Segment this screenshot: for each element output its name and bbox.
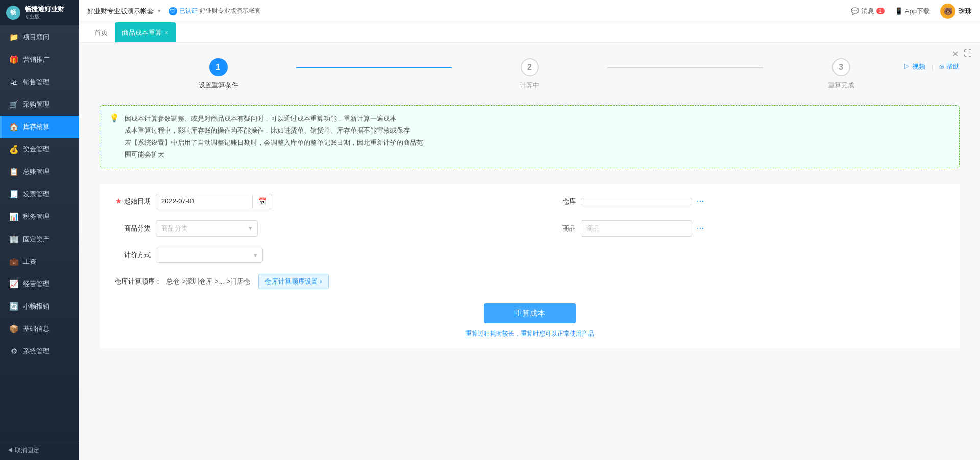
- sidebar-item-invoice[interactable]: 🧾 发票管理: [0, 183, 79, 206]
- calendar-icon[interactable]: 📅: [253, 194, 272, 209]
- sidebar-item-label: 工资: [23, 257, 36, 266]
- help-link[interactable]: ⊙ 帮助: [939, 62, 960, 71]
- recalc-button[interactable]: 重算成本: [484, 303, 576, 323]
- category-placeholder: 商品分类: [161, 224, 188, 233]
- start-date-label-text: 起始日期: [124, 197, 151, 205]
- info-line-4: 围可能会扩大: [125, 148, 423, 160]
- sidebar-unpin-button[interactable]: ◀ 取消固定: [0, 441, 79, 460]
- app-download-button[interactable]: 📱 App下载: [895, 7, 930, 16]
- category-select[interactable]: 商品分类 ▾: [156, 220, 258, 237]
- sidebar-item-expense[interactable]: 🔄 小畅报销: [0, 295, 79, 318]
- close-window-icon[interactable]: ✕: [952, 49, 959, 59]
- operation-icon: 📈: [9, 279, 19, 289]
- maximize-window-icon[interactable]: ⛶: [964, 49, 972, 59]
- step-3: 3 重算完成: [763, 58, 919, 90]
- goods-input[interactable]: 商品: [581, 220, 693, 237]
- info-text: 因成本计算参数调整、或是对商品成本有疑问时，可以通过成本重算功能，重新计算一遍成…: [125, 113, 423, 161]
- account-selector[interactable]: 好业财专业版演示帐套 ▾: [87, 7, 161, 16]
- step-3-circle: 3: [832, 58, 850, 76]
- step-1-circle: 1: [209, 58, 228, 76]
- topbar-actions: 💬 消息 1 📱 App下载 🐻 珠珠: [851, 4, 972, 19]
- steps-container: 1 设置重算条件 2 计算中 3: [100, 58, 960, 90]
- steps-help: ▷ 视频 | ⊙ 帮助: [903, 62, 960, 71]
- start-date-input-group: 📅: [156, 194, 263, 209]
- sidebar-item-marketing[interactable]: 🎁 营销推广: [0, 48, 79, 71]
- goods-field: 商品 商品 ···: [540, 220, 945, 237]
- avatar-emoji: 🐻: [944, 7, 952, 15]
- pricing-label: 计价方式: [115, 250, 151, 260]
- sidebar-item-label: 系统管理: [23, 347, 50, 356]
- finance-icon: 💰: [9, 144, 19, 155]
- warehouse-order-row: 仓库计算顺序： 总仓->深圳仓库->...->门店仓 仓库计算顺序设置 ›: [115, 274, 944, 289]
- sidebar-item-label: 销售管理: [23, 78, 50, 87]
- sidebar-item-assets[interactable]: 🏢 固定资产: [0, 228, 79, 250]
- sidebar-item-sales[interactable]: 🛍 销售管理: [0, 71, 79, 93]
- sidebar-item-system[interactable]: ⚙ 系统管理: [0, 340, 79, 363]
- info-box: 💡 因成本计算参数调整、或是对商品成本有疑问时，可以通过成本重算功能，重新计算一…: [100, 105, 960, 168]
- step-2-label: 计算中: [520, 81, 540, 90]
- sidebar-item-basic[interactable]: 📦 基础信息: [0, 318, 79, 340]
- window-controls: ✕ ⛶: [952, 49, 972, 59]
- message-button[interactable]: 💬 消息 1: [851, 7, 885, 16]
- phone-icon: 📱: [895, 7, 903, 15]
- recalc-btn-label: 重算成本: [514, 309, 545, 317]
- warehouse-order-btn-label: 仓库计算顺序设置 ›: [265, 277, 322, 286]
- pricing-chevron-icon: ▾: [254, 251, 257, 259]
- goods-placeholder: 商品: [586, 224, 600, 232]
- warehouse-ellipsis-btn[interactable]: ···: [692, 196, 708, 207]
- inventory-icon: 🏠: [9, 122, 19, 132]
- sidebar-item-label: 固定资产: [23, 235, 50, 244]
- step-2-circle: 2: [521, 58, 539, 76]
- sidebar-item-tax[interactable]: 📊 税务管理: [0, 206, 79, 228]
- sidebar-item-project[interactable]: 📁 项目顾问: [0, 26, 79, 48]
- warehouse-order-settings-button[interactable]: 仓库计算顺序设置 ›: [258, 274, 329, 289]
- category-label: 商品分类: [115, 224, 151, 233]
- sidebar-item-operation[interactable]: 📈 经营管理: [0, 273, 79, 295]
- tab-recalc[interactable]: 商品成本重算 ×: [115, 22, 176, 42]
- message-icon: 💬: [851, 7, 859, 15]
- warehouse-input-group: ···: [581, 196, 708, 207]
- home-tab-label: 首页: [94, 28, 108, 37]
- form-row-2: 商品分类 商品分类 ▾ 商品 商品 ···: [115, 220, 944, 237]
- form-section: ★ 起始日期 📅 仓库 ···: [100, 184, 960, 348]
- tax-icon: 📊: [9, 212, 19, 222]
- sales-icon: 🛍: [9, 77, 19, 87]
- sidebar-item-purchase[interactable]: 🛒 采购管理: [0, 93, 79, 116]
- info-line-3: 若【系统设置】中启用了自动调整记账日期时，会调整入库单的整单记账日期，因此重新计…: [125, 137, 423, 148]
- unpin-label: ◀ 取消固定: [7, 446, 39, 455]
- sidebar-item-accounting[interactable]: 📋 总账管理: [0, 161, 79, 183]
- message-label: 消息: [861, 7, 874, 16]
- warehouse-order-value: 总仓->深圳仓库->...->门店仓: [166, 277, 250, 286]
- system-icon: ⚙: [9, 346, 19, 356]
- info-icon: 💡: [109, 113, 119, 161]
- start-date-label: ★ 起始日期: [115, 197, 151, 206]
- sidebar-item-label: 资金管理: [23, 145, 50, 154]
- tab-home[interactable]: 首页: [87, 22, 115, 42]
- project-icon: 📁: [9, 32, 19, 42]
- sidebar-item-salary[interactable]: 💼 工资: [0, 250, 79, 273]
- verified-label: 已认证: [179, 7, 198, 15]
- sidebar: 畅 畅捷通好业财 专业版 📁 项目顾问 🎁 营销推广 🛍 销售管理 🛒 采购管理…: [0, 0, 79, 460]
- user-avatar: 🐻: [940, 4, 955, 19]
- app-download-label: App下载: [905, 7, 930, 16]
- start-date-field: ★ 起始日期 📅: [115, 194, 520, 209]
- sidebar-item-label: 总账管理: [23, 167, 50, 176]
- user-menu[interactable]: 🐻 珠珠: [940, 4, 972, 19]
- sidebar-item-inventory[interactable]: 🏠 库存核算: [0, 116, 79, 138]
- goods-label: 商品: [540, 224, 576, 233]
- verified-account-name: 好业财专业版演示帐套: [200, 7, 261, 15]
- step-1-label: 设置重算条件: [199, 81, 238, 90]
- tab-close-icon[interactable]: ×: [165, 29, 168, 36]
- warehouse-input[interactable]: [581, 198, 693, 205]
- pricing-select[interactable]: ▾: [156, 248, 263, 263]
- sidebar-item-label: 经营管理: [23, 279, 50, 289]
- info-line-2: 成本重算过程中，影响库存账的操作均不能操作，比如进货单、销货单、库存单据不能审核…: [125, 124, 423, 136]
- start-date-input[interactable]: [156, 194, 253, 209]
- help-video-link[interactable]: ▷ 视频: [903, 62, 925, 71]
- category-field: 商品分类 商品分类 ▾: [115, 220, 520, 237]
- sidebar-item-finance[interactable]: 💰 资金管理: [0, 138, 79, 161]
- goods-ellipsis-btn[interactable]: ···: [692, 223, 708, 234]
- step-1: 1 设置重算条件: [140, 58, 296, 90]
- marketing-icon: 🎁: [9, 55, 19, 65]
- invoice-icon: 🧾: [9, 189, 19, 199]
